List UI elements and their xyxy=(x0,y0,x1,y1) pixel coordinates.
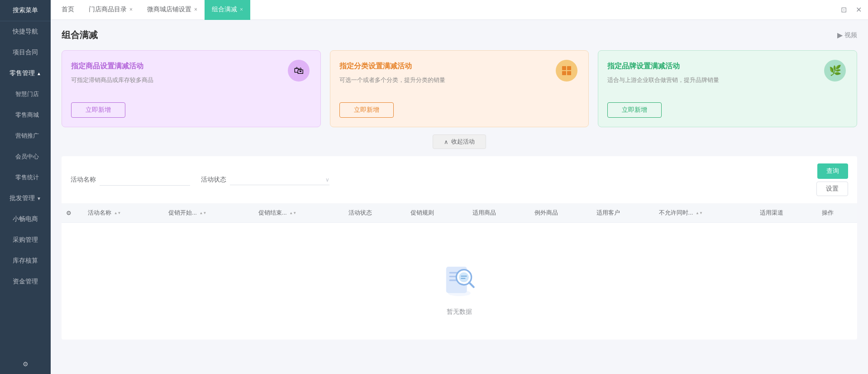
settings-button[interactable]: 设置 xyxy=(816,182,848,196)
retail-management-arrow-icon: ▲ xyxy=(37,71,41,76)
th-activity-name: 活动名称 ▲▼ xyxy=(83,203,164,223)
query-button[interactable]: 查询 xyxy=(817,163,848,179)
settings-bottom-button[interactable]: ⚙ xyxy=(0,354,51,374)
collapse-bar: ∧ 收起活动 xyxy=(62,134,857,149)
chevron-down-icon: ∨ xyxy=(325,177,329,183)
table-wrapper: ⚙ 活动名称 ▲▼ 促销开始... ▲▼ 促销结束... ▲▼ xyxy=(62,203,857,340)
activity-card-by-category: 指定分类设置满减活动 可选一个或者多个分类，提升分类的销量 立即新增 xyxy=(330,50,589,127)
sidebar-item-inventory-check[interactable]: 库存核算 xyxy=(0,250,51,271)
sidebar-item-quick-nav[interactable]: 快捷导航 xyxy=(0,21,51,42)
page-content-area: 组合满减 ▶ 视频 🛍 指定商品设置满减活动 可指定滞销商品或库存较多商品 立即… xyxy=(51,20,868,374)
settings-icon: ⚙ xyxy=(23,360,29,368)
th-applicable-channel: 适用渠道 xyxy=(755,203,817,223)
video-link[interactable]: ▶ 视频 xyxy=(837,31,857,39)
activity-cards: 🛍 指定商品设置满减活动 可指定滞销商品或库存较多商品 立即新增 指定分类设置满… xyxy=(62,50,857,127)
page-header: 组合满减 ▶ 视频 xyxy=(62,29,857,41)
table-settings-icon: ⚙ xyxy=(66,210,72,216)
collapse-icon: ∧ xyxy=(444,139,448,145)
card-by-brand-icon: 🌿 xyxy=(824,60,846,82)
sidebar: 搜索菜单 快捷导航 项目合同 零售管理 ▲ 智慧门店 零售商城 营销推广 会员中… xyxy=(0,0,51,374)
sidebar-item-marketing[interactable]: 营销推广 xyxy=(0,125,51,146)
tab-store-catalog-close[interactable]: × xyxy=(129,6,133,13)
sidebar-item-project-contract[interactable]: 项目合同 xyxy=(0,42,51,63)
empty-state-icon xyxy=(437,255,482,301)
search-bar: 活动名称 活动状态 ∨ 查询 设置 xyxy=(62,156,857,203)
card-by-brand-add-button[interactable]: 立即新增 xyxy=(607,102,662,118)
sidebar-item-smart-store[interactable]: 智慧门店 xyxy=(0,84,51,105)
activity-name-field: 活动名称 xyxy=(71,174,190,186)
card-by-product-icon: 🛍 xyxy=(288,60,310,82)
svg-point-10 xyxy=(459,273,469,283)
th-applicable-customer: 适用客户 xyxy=(592,203,654,223)
th-operation: 操作 xyxy=(817,203,857,223)
card-by-product-title: 指定商品设置满减活动 xyxy=(71,62,311,71)
th-applicable-goods: 适用商品 xyxy=(468,203,530,223)
activity-card-by-product: 🛍 指定商品设置满减活动 可指定滞销商品或库存较多商品 立即新增 xyxy=(62,50,321,127)
th-gear[interactable]: ⚙ xyxy=(62,203,83,223)
collapse-label: 收起活动 xyxy=(451,138,475,146)
svg-rect-1 xyxy=(567,66,571,70)
sidebar-item-purchase-management[interactable]: 采购管理 xyxy=(0,230,51,250)
sidebar-item-wholesale-management[interactable]: 批发管理 ▼ xyxy=(0,188,51,209)
wholesale-arrow-icon: ▼ xyxy=(37,196,41,201)
maximize-button[interactable]: ⊡ xyxy=(838,5,849,15)
card-by-category-desc: 可选一个或者多个分类，提升分类的销量 xyxy=(339,76,580,85)
search-actions: 查询 设置 xyxy=(816,163,848,196)
sidebar-item-retail-stats[interactable]: 零售统计 xyxy=(0,167,51,188)
svg-line-11 xyxy=(469,283,474,287)
activity-card-by-brand: 🌿 指定品牌设置满减活动 适合与上游企业联合做营销，提升品牌销量 立即新增 xyxy=(598,50,857,127)
card-by-category-icon xyxy=(556,60,577,82)
activity-status-select[interactable]: ∨ xyxy=(230,175,329,185)
sort-promo-end-icon[interactable]: ▲▼ xyxy=(289,211,296,215)
card-by-product-desc: 可指定滞销商品或库存较多商品 xyxy=(71,76,311,85)
sidebar-search[interactable]: 搜索菜单 xyxy=(0,0,51,21)
tab-combo-discount[interactable]: 组合满减 × xyxy=(205,0,250,20)
activity-status-field: 活动状态 ∨ xyxy=(201,175,329,185)
window-controls: ⊡ ✕ xyxy=(838,5,864,15)
data-table: ⚙ 活动名称 ▲▼ 促销开始... ▲▼ 促销结束... ▲▼ xyxy=(62,203,857,340)
card-by-brand-title: 指定品牌设置满减活动 xyxy=(607,62,848,71)
activity-status-label: 活动状态 xyxy=(201,176,226,184)
sidebar-item-xiaochang-ecommerce[interactable]: 小畅电商 xyxy=(0,209,51,230)
card-by-product-add-button[interactable]: 立即新增 xyxy=(71,102,125,118)
tab-store-catalog[interactable]: 门店商品目录 × xyxy=(81,0,140,20)
page-title: 组合满减 xyxy=(62,29,98,41)
tab-wechat-store-close[interactable]: × xyxy=(194,6,197,13)
th-promo-end: 促销结束... ▲▼ xyxy=(254,203,344,223)
close-button[interactable]: ✕ xyxy=(853,5,864,15)
sidebar-item-capital-management[interactable]: 资金管理 xyxy=(0,271,51,292)
tabbar: 首页 门店商品目录 × 微商城店铺设置 × 组合满减 × ⊡ ✕ xyxy=(51,0,868,20)
svg-rect-2 xyxy=(562,71,566,75)
th-excluded-goods: 例外商品 xyxy=(530,203,592,223)
tab-wechat-store-settings[interactable]: 微商城店铺设置 × xyxy=(140,0,205,20)
svg-rect-3 xyxy=(567,71,571,75)
th-promo-rule: 促销规则 xyxy=(406,203,468,223)
sidebar-item-retail-mall[interactable]: 零售商城 xyxy=(0,105,51,125)
activity-name-label: 活动名称 xyxy=(71,176,96,184)
play-circle-icon: ▶ xyxy=(837,31,843,39)
th-not-allow-concurrent: 不允许同时... ▲▼ xyxy=(654,203,756,223)
svg-rect-0 xyxy=(562,66,566,70)
sidebar-item-retail-management[interactable]: 零售管理 ▲ xyxy=(0,63,51,84)
card-by-brand-desc: 适合与上游企业联合做营销，提升品牌销量 xyxy=(607,76,848,85)
empty-text: 暂无数据 xyxy=(447,308,472,316)
sort-promo-start-icon[interactable]: ▲▼ xyxy=(200,211,207,215)
sidebar-item-member-center[interactable]: 会员中心 xyxy=(0,146,51,167)
activity-name-input[interactable] xyxy=(100,174,190,186)
card-by-category-title: 指定分类设置满减活动 xyxy=(339,62,580,71)
card-by-category-add-button[interactable]: 立即新增 xyxy=(339,102,394,118)
th-activity-status: 活动状态 xyxy=(344,203,406,223)
sort-activity-name-icon[interactable]: ▲▼ xyxy=(114,211,121,215)
collapse-button[interactable]: ∧ 收起活动 xyxy=(433,134,486,149)
tab-combo-discount-close[interactable]: × xyxy=(240,6,243,13)
empty-state: 暂无数据 xyxy=(66,228,853,334)
sort-concurrent-icon[interactable]: ▲▼ xyxy=(696,211,703,215)
tab-home[interactable]: 首页 xyxy=(54,0,81,20)
th-promo-start: 促销开始... ▲▼ xyxy=(164,203,254,223)
main-content: 首页 门店商品目录 × 微商城店铺设置 × 组合满减 × ⊡ ✕ 组合满减 ▶ … xyxy=(51,0,868,374)
